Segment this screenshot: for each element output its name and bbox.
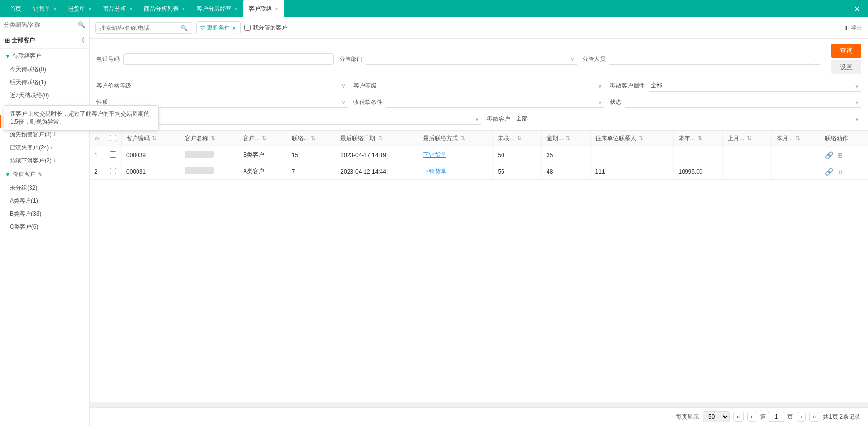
page-number-input[interactable] bbox=[768, 412, 785, 422]
sidebar-item-a-class[interactable]: A类客户(1) bbox=[0, 194, 89, 207]
nav-home[interactable]: 首页 bbox=[4, 0, 27, 17]
sidebar-item-c-class[interactable]: C类客户(6) bbox=[0, 220, 89, 234]
setting-button[interactable]: 设置 bbox=[831, 60, 861, 74]
info-icon-churned: ℹ bbox=[51, 145, 53, 151]
row2-method-link[interactable]: 下销货单 bbox=[423, 168, 446, 175]
filter-payment-select[interactable]: ∨ bbox=[386, 97, 605, 108]
nav-sales[interactable]: 销售单 × bbox=[27, 0, 62, 17]
query-button[interactable]: 查询 bbox=[831, 44, 861, 58]
sort-code-icon[interactable]: ⇅ bbox=[152, 135, 157, 142]
filter-customer-type: 客户类型 ∨ bbox=[107, 114, 481, 125]
prev-page-button[interactable]: ‹ bbox=[747, 412, 756, 422]
table-settings-icon[interactable]: ⚙ bbox=[94, 135, 100, 142]
row1-overdue: 35 bbox=[541, 147, 590, 163]
nature-chevron: ∨ bbox=[341, 99, 346, 105]
col-customer-code: 客户编码 ⇅ bbox=[122, 131, 180, 147]
close-customer-contact-tab[interactable]: × bbox=[275, 6, 278, 12]
filter-actions: 查询 设置 bbox=[831, 44, 861, 74]
sidebar-item-b-class[interactable]: B类客户(33) bbox=[0, 207, 89, 220]
sort-type-icon[interactable]: ⇅ bbox=[262, 135, 267, 142]
filter-retail-attr-select[interactable]: 全部 ∨ bbox=[649, 79, 861, 92]
close-sales-tab[interactable]: × bbox=[53, 6, 56, 12]
sidebar-search-input[interactable] bbox=[4, 21, 78, 28]
filter-retail-attr-label: 零散客户属性 bbox=[610, 82, 645, 90]
filter-customer-type-select[interactable]: ∨ bbox=[134, 114, 481, 125]
sidebar-item-ungrouped[interactable]: 未分组(32) bbox=[0, 181, 89, 194]
sidebar-search-icon[interactable]: 🔍 bbox=[78, 21, 85, 28]
row2-overdue: 48 bbox=[541, 163, 590, 180]
row1-not-linked: 50 bbox=[493, 147, 542, 163]
row1-link-icon[interactable]: 🔗 bbox=[825, 151, 833, 159]
first-page-button[interactable]: « bbox=[733, 412, 744, 422]
row1-grid-icon[interactable]: ⊞ bbox=[837, 151, 843, 159]
row2-checkbox[interactable] bbox=[110, 168, 116, 174]
sort-name-icon[interactable]: ⇅ bbox=[211, 135, 215, 142]
select-all-checkbox[interactable] bbox=[110, 135, 116, 141]
sort-lastmonth-icon[interactable]: ⇅ bbox=[747, 135, 752, 142]
close-product-list-tab[interactable]: × bbox=[182, 6, 184, 12]
triangle-icon: ▼ bbox=[5, 53, 11, 59]
row1-name-masked bbox=[185, 151, 214, 158]
sort-overdue-icon[interactable]: ⇅ bbox=[565, 135, 570, 142]
nav-purchase[interactable]: 进货单 × bbox=[62, 0, 97, 17]
sort-method-icon[interactable]: ⇅ bbox=[460, 135, 465, 142]
sidebar-group-pending[interactable]: ▼ 待联络客户 bbox=[0, 49, 89, 63]
sidebar-item-tomorrow[interactable]: 明天待联络(1) bbox=[0, 76, 89, 89]
nav-customer-contact[interactable]: 客户联络 × bbox=[243, 0, 284, 17]
total-records: 共1页 2条记录 bbox=[823, 413, 860, 421]
export-icon: ⬆ bbox=[844, 25, 849, 31]
filter-status-select[interactable]: ∨ bbox=[625, 97, 861, 108]
close-customer-layered-tab[interactable]: × bbox=[234, 6, 237, 12]
main-search-input[interactable] bbox=[100, 25, 181, 31]
close-product-analysis-tab[interactable]: × bbox=[129, 6, 132, 12]
sort-thisyear-icon[interactable]: ⇅ bbox=[698, 135, 702, 142]
row2-link-icon[interactable]: 🔗 bbox=[825, 168, 833, 176]
col-this-month: 本月... ⇅ bbox=[771, 131, 820, 147]
nav-product-analysis[interactable]: 商品分析 × bbox=[97, 0, 138, 17]
close-purchase-tab[interactable]: × bbox=[88, 6, 91, 12]
filter-customer-level-select[interactable]: ∨ bbox=[381, 80, 605, 91]
sort-contact-icon[interactable]: ⇅ bbox=[311, 135, 316, 142]
sort-date-icon[interactable]: ⇅ bbox=[378, 135, 383, 142]
sidebar-item-7days[interactable]: 近7天待联络(0) bbox=[0, 89, 89, 102]
export-button[interactable]: ⬆ 导出 bbox=[844, 24, 862, 32]
row2-name-masked bbox=[185, 167, 214, 174]
nav-customer-layered[interactable]: 客户分层经营 × bbox=[191, 0, 243, 17]
row2-grid-icon[interactable]: ⊞ bbox=[837, 168, 843, 176]
main-search-icon[interactable]: 🔍 bbox=[181, 25, 188, 31]
horizontal-scrollbar[interactable] bbox=[90, 402, 868, 407]
col-last-month: 上月... ⇅ bbox=[723, 131, 772, 147]
sort-notlinked-icon[interactable]: ⇅ bbox=[517, 135, 522, 142]
filter-retail-customer-select[interactable]: 全部 ∨ bbox=[514, 113, 861, 125]
filter-phone-input[interactable] bbox=[123, 53, 334, 65]
row1-index: 1 bbox=[90, 147, 105, 163]
my-customers-checkbox[interactable] bbox=[244, 25, 251, 31]
row1-checkbox[interactable] bbox=[110, 151, 116, 158]
sidebar-item-churned[interactable]: 已流失客户(24) ℹ bbox=[0, 141, 89, 154]
collapse-sidebar-icon[interactable]: 《 bbox=[78, 36, 84, 44]
filter-price-level-select[interactable]: ∨ bbox=[135, 80, 348, 91]
last-page-button[interactable]: » bbox=[809, 412, 820, 422]
more-filter-button[interactable]: ▽ 更多条件 ∧ bbox=[196, 21, 241, 34]
table-row: 1 000039 B类客户 15 2023-04-17 14:19: 下销货单 bbox=[90, 147, 868, 163]
sort-contacts-icon[interactable]: ⇅ bbox=[639, 135, 643, 142]
sort-thismonth-icon[interactable]: ⇅ bbox=[795, 135, 800, 142]
sidebar-item-declining[interactable]: 持续下滑客户(2) ℹ bbox=[0, 154, 89, 167]
window-close-button[interactable]: ✕ bbox=[850, 4, 864, 14]
row1-method-link[interactable]: 下销货单 bbox=[423, 151, 446, 158]
filter-status-label: 状态 bbox=[610, 98, 622, 106]
per-page-select[interactable]: 50 100 200 bbox=[703, 411, 730, 422]
filter-row-2: 客户价格等级 ∨ 客户等级 ∨ 零散客户属性 全部 bbox=[96, 79, 861, 92]
edit-value-group-icon[interactable]: ✎ bbox=[38, 171, 43, 178]
row2-actions: 🔗 ⊞ bbox=[820, 163, 868, 180]
my-customers-checkbox-label[interactable]: 我分管的客户 bbox=[244, 24, 288, 32]
info-icon-declining: ℹ bbox=[54, 158, 56, 164]
sidebar-item-today[interactable]: 今天待联络(0) bbox=[0, 63, 89, 76]
row2-code: 000031 bbox=[122, 163, 180, 180]
next-page-button[interactable]: › bbox=[797, 412, 806, 422]
filter-manager-select[interactable]: ··· bbox=[609, 54, 820, 65]
nav-product-analysis-list[interactable]: 商品分析列表 × bbox=[138, 0, 190, 17]
filter-dept-select[interactable]: ∨ bbox=[366, 54, 577, 65]
filter-retail-customer-label: 零散客户 bbox=[487, 115, 510, 123]
col-not-linked: 未联... ⇅ bbox=[493, 131, 542, 147]
